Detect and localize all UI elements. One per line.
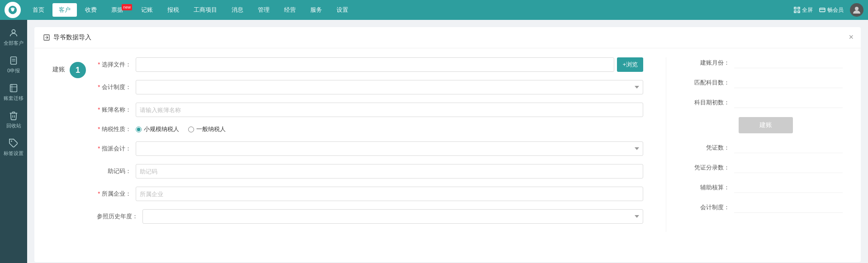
nav-home[interactable]: 首页: [26, 3, 51, 17]
aux-row: 辅助核算：: [689, 182, 843, 193]
file-input[interactable]: [136, 57, 614, 72]
match-label: 匹配科目数：: [689, 79, 730, 87]
sidebar-item-all-customers[interactable]: 全部客户: [0, 24, 27, 50]
voucher-entries-label: 凭证分录数：: [689, 164, 730, 172]
voucher-value: [734, 142, 843, 153]
svg-rect-3: [798, 7, 800, 9]
history-row: 参照历史年度：: [95, 209, 643, 224]
fullscreen-label: 全屏: [802, 6, 813, 14]
tax-radio-group: 小规模纳税人 一般纳税人: [136, 125, 643, 133]
month-label: 建账月份：: [689, 59, 730, 67]
company-input[interactable]: [136, 187, 643, 201]
init-label: 科目期初数：: [689, 99, 730, 107]
match-row: 匹配科目数：: [689, 77, 843, 88]
nav-operation[interactable]: 经营: [278, 3, 302, 17]
company-label: 所属企业：: [95, 190, 131, 198]
import-icon: [43, 34, 50, 41]
app-logo[interactable]: [5, 2, 21, 18]
svg-rect-5: [798, 11, 800, 13]
new-badge: new: [122, 4, 132, 10]
svg-point-9: [12, 30, 15, 33]
svg-point-8: [855, 7, 859, 10]
file-label: 选择文件：: [95, 61, 131, 69]
init-value: [734, 97, 843, 108]
svg-rect-4: [794, 11, 796, 13]
browse-btn[interactable]: +浏览: [617, 57, 643, 72]
ledger-label: 账簿名称：: [95, 106, 131, 114]
tag-icon: [9, 138, 19, 148]
book-icon: [9, 83, 19, 93]
nav-business[interactable]: 工商项目: [187, 3, 223, 17]
sidebar: 全部客户 0申报 账套迁移 回收站: [0, 20, 27, 263]
ledger-input[interactable]: [136, 103, 643, 117]
svg-rect-10: [11, 57, 17, 65]
accountant-row: 指派会计：: [95, 141, 643, 156]
sidebar-item-recycle[interactable]: 回收站: [0, 107, 27, 133]
right-accounting-value: [734, 202, 843, 213]
nav-invoice[interactable]: 票据 new: [105, 3, 133, 17]
tax-general-radio[interactable]: 一般纳税人: [188, 125, 226, 133]
panel-divider: [666, 57, 666, 232]
right-accounting-label: 会计制度：: [689, 203, 730, 211]
form-fields: 选择文件： +浏览 会计制度：: [95, 57, 643, 232]
card-header: 导爷数据导入: [34, 27, 861, 48]
company-row: 所属企业：: [95, 187, 643, 201]
svg-point-16: [11, 141, 12, 142]
member-icon: [819, 7, 825, 13]
month-row: 建账月份：: [689, 57, 843, 68]
top-nav: 首页 客户 收费 票据 new 记账 报税 工商项目 消息 管理 经营 服务 设…: [0, 0, 868, 20]
fullscreen-btn[interactable]: 全屏: [794, 6, 813, 14]
file-row: 选择文件： +浏览: [95, 57, 643, 72]
voucher-label: 凭证数：: [689, 144, 730, 152]
form-right: 建账月份： 匹配科目数： 科目期初数： 建账 凭证数：: [689, 57, 843, 232]
svg-point-1: [11, 9, 14, 11]
avatar[interactable]: [850, 3, 863, 17]
accounting-label: 会计制度：: [95, 83, 131, 91]
svg-rect-6: [820, 8, 825, 12]
tax-row: 纳税性质： 小规模纳税人 一般纳税人: [95, 125, 643, 133]
accountant-label: 指派会计：: [95, 145, 131, 153]
tax-small-radio[interactable]: 小规模纳税人: [136, 125, 179, 133]
voucher-entries-row: 凭证分录数：: [689, 162, 843, 173]
form-body: 建账 1 选择文件： +浏览: [34, 48, 861, 241]
member-label: 畅会员: [827, 6, 844, 14]
nav-message[interactable]: 消息: [225, 3, 250, 17]
nav-customer[interactable]: 客户: [52, 3, 77, 17]
nav-right: 全屏 畅会员: [794, 3, 863, 17]
nav-settings[interactable]: 设置: [330, 3, 355, 17]
svg-rect-2: [794, 7, 796, 9]
sidebar-item-account-migration[interactable]: 账套迁移: [0, 80, 27, 105]
step-circle: 1: [70, 62, 86, 78]
nav-service[interactable]: 服务: [304, 3, 328, 17]
sidebar-item-declaration[interactable]: 0申报: [0, 52, 27, 78]
card: 导爷数据导入 × 建账 1 选择文件：: [34, 27, 861, 262]
card-title: 导爷数据导入: [53, 33, 91, 42]
svg-rect-13: [10, 85, 17, 92]
close-btn[interactable]: ×: [849, 33, 854, 42]
member-btn[interactable]: 畅会员: [819, 6, 844, 14]
history-select[interactable]: [142, 209, 643, 224]
nav-items: 首页 客户 收费 票据 new 记账 报税 工商项目 消息 管理 经营 服务 设…: [26, 3, 794, 17]
init-row: 科目期初数：: [689, 97, 843, 108]
main-content: 导爷数据导入 × 建账 1 选择文件：: [27, 20, 868, 263]
ledger-row: 账簿名称：: [95, 103, 643, 117]
accounting-select[interactable]: [136, 80, 643, 94]
nav-fee[interactable]: 收费: [79, 3, 103, 17]
sidebar-item-tag-settings[interactable]: 标签设置: [0, 135, 27, 160]
form-left: 建账 1 选择文件： +浏览: [52, 57, 643, 232]
file-icon: [9, 56, 19, 66]
match-value: [734, 77, 843, 88]
nav-management[interactable]: 管理: [251, 3, 276, 17]
right-accounting-row: 会计制度：: [689, 202, 843, 213]
memo-label: 助记码：: [95, 167, 131, 175]
accountant-select[interactable]: [136, 141, 643, 156]
memo-row: 助记码：: [95, 164, 643, 178]
nav-tax[interactable]: 报税: [161, 3, 185, 17]
nav-bookkeeping[interactable]: 记账: [135, 3, 159, 17]
month-value: [734, 57, 843, 68]
memo-input[interactable]: [136, 164, 643, 178]
build-account-btn[interactable]: 建账: [739, 117, 793, 133]
voucher-row: 凭证数：: [689, 142, 843, 153]
tax-label: 纳税性质：: [95, 125, 131, 133]
trash-icon: [9, 111, 19, 121]
